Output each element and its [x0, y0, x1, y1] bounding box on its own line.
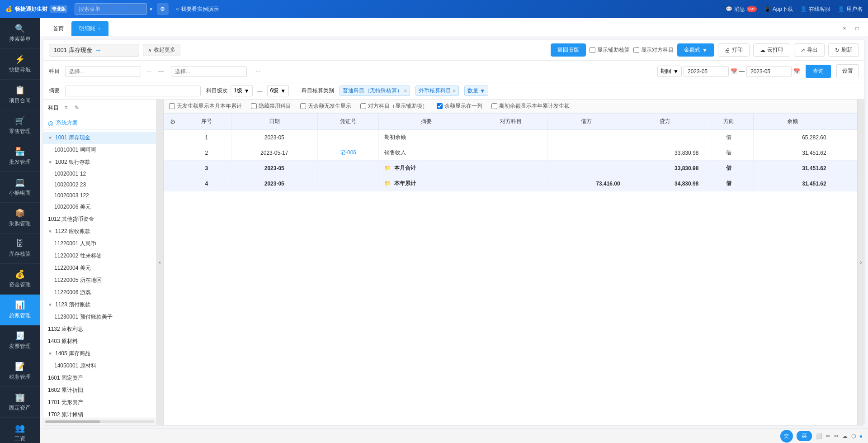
export-btn[interactable]: ↗ 导出 — [794, 43, 825, 57]
search-dropdown-icon[interactable]: ▼ — [149, 7, 153, 12]
query-btn[interactable]: 查询 — [806, 65, 831, 78]
period-start-input[interactable] — [684, 66, 729, 77]
app-download-btn[interactable]: 📱 App下载 — [764, 5, 793, 13]
user-avatar[interactable]: 👤 用户名 — [838, 5, 863, 13]
show-aux-checkbox[interactable]: 显示辅助核算 — [590, 46, 630, 54]
voucher-link[interactable]: 记-006 — [340, 149, 356, 156]
tree-toggle-1405[interactable]: ▼ — [48, 351, 53, 356]
online-service-btn[interactable]: 👤 在线客服 — [800, 5, 830, 13]
bottom-icon6[interactable]: ● — [859, 433, 863, 439]
sidebar-item-capital[interactable]: 💰 资金管理 — [0, 264, 40, 295]
sidebar-item-tax[interactable]: 📝 税务管理 — [0, 356, 40, 387]
period-calendar-icon2[interactable]: 📅 — [793, 68, 800, 75]
sidebar-item-payroll[interactable]: 👥 工资 — [0, 418, 40, 443]
chat-float-btn[interactable]: 交 — [780, 430, 793, 443]
tree-item-11230001[interactable]: 11230001 预付账款美子 — [43, 311, 156, 323]
sidebar-item-invoice[interactable]: 🧾 发票管理 — [0, 325, 40, 356]
sidebar-item-purchase[interactable]: 📦 采购管理 — [0, 203, 40, 233]
tree-item-1403[interactable]: 1403 原材料 — [43, 335, 156, 348]
bottom-icon1[interactable]: ⬜ — [816, 433, 822, 439]
return-old-btn[interactable]: 返回旧版 — [551, 43, 586, 57]
tab-maximize-btn[interactable]: □ — [852, 23, 863, 34]
tree-item-14050001[interactable]: 14050001 原材料 — [43, 360, 156, 372]
tree-item-1132[interactable]: 1132 应收利息 — [43, 323, 156, 335]
sidebar-item-search[interactable]: 🔍 搜索菜单 — [0, 18, 40, 49]
tree-item-10020001[interactable]: 10020001 12 — [43, 168, 156, 179]
period-end-input[interactable] — [746, 66, 792, 77]
tree-item-11220005[interactable]: 11220005 所在地区 — [43, 274, 156, 286]
sidebar-item-inventory[interactable]: 🗄 库存核算 — [0, 233, 40, 264]
table-settings-icon[interactable]: ⚙ — [170, 118, 176, 125]
bottom-icon5[interactable]: ⬡ — [851, 433, 856, 439]
tree-item-1122[interactable]: ▼ 1122 应收账款 — [43, 225, 156, 238]
subject-input2[interactable] — [171, 66, 247, 77]
sidebar-item-ecommerce[interactable]: 💻 小畅电商 — [0, 172, 40, 203]
more-btn[interactable]: ∧ 收起更多 — [143, 44, 180, 56]
tree-item-1601[interactable]: 1601 固定资产 — [43, 372, 156, 384]
period-type-select[interactable]: 期间 ▼ — [657, 66, 682, 77]
tab-close-btn[interactable]: × — [839, 23, 850, 34]
refresh-btn[interactable]: ↻ 刷新 — [828, 43, 859, 57]
tree-item-1001[interactable]: ▼ 1001 库存现金 — [43, 132, 156, 144]
tree-toggle-1123[interactable]: ▼ — [48, 302, 53, 307]
row2-voucher[interactable]: 记-006 — [317, 145, 378, 161]
tree-item-10010001[interactable]: 10010001 呵呵呵 — [43, 144, 156, 156]
settings-btn[interactable]: ⚙ — [157, 3, 169, 15]
show-opposite-checkbox-input[interactable] — [633, 47, 639, 53]
no-balance2-checkbox[interactable]: 无余额无发生显示 — [300, 102, 351, 110]
tab-close-icon[interactable]: × — [98, 26, 101, 31]
period-calendar-icon1[interactable]: 📅 — [731, 68, 737, 75]
tree-item-10020002[interactable]: 10020002 23 — [43, 179, 156, 190]
lang-cn-btn[interactable]: 英 — [797, 431, 812, 441]
opposite-checkbox[interactable]: 对方科目（显示辅助项） — [360, 102, 428, 110]
tree-item-1702[interactable]: 1702 累计摊销 — [43, 409, 156, 418]
subject-input[interactable] — [65, 66, 141, 77]
period-beginning-input[interactable] — [491, 103, 497, 109]
left-panel-edit-icon[interactable]: ✎ — [72, 103, 81, 112]
right-panel-collapse-btn[interactable]: › — [857, 100, 864, 425]
breadcrumb-nav-arrow[interactable]: → — [95, 46, 102, 54]
bottom-icon4[interactable]: ☁ — [842, 433, 848, 439]
tag-normal-close[interactable]: × — [404, 88, 407, 94]
left-panel-collapse-btn[interactable]: ‹ — [156, 100, 164, 425]
print-btn[interactable]: 🖨 打印 — [718, 43, 750, 57]
notifications-btn[interactable]: 💬 消息 99+ — [726, 5, 756, 13]
tab-detail[interactable]: 明细账 × — [71, 21, 108, 36]
no-balance-input[interactable] — [169, 103, 175, 109]
no-balance-checkbox[interactable]: 无发生额显示本月本年累计 — [169, 102, 242, 110]
sidebar-item-quick-nav[interactable]: ⚡ 快捷导航 — [0, 49, 40, 80]
tree-item-11220002[interactable]: 11220002 往来标签 — [43, 250, 156, 262]
hide-disabled-input[interactable] — [251, 103, 257, 109]
show-aux-checkbox-input[interactable] — [590, 47, 595, 53]
bottom-icon2[interactable]: ✏ — [826, 433, 830, 439]
tree-item-1002[interactable]: ▼ 1002 银行存款 — [43, 156, 156, 168]
sidebar-item-ledger[interactable]: 📊 总账管理 — [0, 295, 40, 325]
summary-input[interactable] — [65, 86, 201, 96]
tree-item-1602[interactable]: 1602 累计折旧 — [43, 384, 156, 396]
tree-item-10020003[interactable]: 10020003 122 — [43, 190, 156, 201]
tag-quantity-dropdown[interactable]: ▼ — [480, 88, 485, 94]
col-settings[interactable]: ⚙ — [164, 114, 182, 130]
tree-item-1405[interactable]: ▼ 1405 库存商品 — [43, 348, 156, 360]
period-beginning-checkbox[interactable]: 期初余额显示本年累计发生额 — [491, 102, 570, 110]
tree-item-10020006[interactable]: 10020006 美元 — [43, 201, 156, 213]
amount-format-btn[interactable]: 金额式 ▼ — [677, 43, 714, 57]
cloud-print-btn[interactable]: ☁ 云打印 — [753, 43, 790, 57]
panel-system-scheme[interactable]: ◎ 系统方案 — [43, 116, 156, 130]
tree-toggle-1002[interactable]: ▼ — [48, 160, 53, 165]
tab-home[interactable]: 首页 — [45, 21, 71, 36]
hide-disabled-checkbox[interactable]: 隐藏禁用科目 — [251, 102, 291, 110]
tree-toggle-1122[interactable]: ▼ — [48, 229, 53, 234]
filter-settings-btn[interactable]: 设置 — [836, 64, 859, 78]
no-balance2-input[interactable] — [300, 103, 306, 109]
tree-item-11220006[interactable]: 11220006 游戏 — [43, 286, 156, 299]
sidebar-item-retail[interactable]: 🛒 零售管理 — [0, 110, 40, 141]
level-end-select[interactable]: 6级 ▼ — [267, 85, 289, 96]
left-panel-scrollbar[interactable] — [43, 418, 156, 425]
left-panel-list-icon[interactable]: ≡ — [61, 103, 71, 112]
sidebar-item-project[interactable]: 📋 项目合同 — [0, 80, 40, 110]
balance-one-col-input[interactable] — [437, 103, 443, 109]
demo-link[interactable]: ○ 我要看实例演示 — [176, 5, 219, 13]
bottom-icon3[interactable]: ✂ — [834, 433, 839, 439]
tree-toggle-1001[interactable]: ▼ — [48, 135, 53, 140]
